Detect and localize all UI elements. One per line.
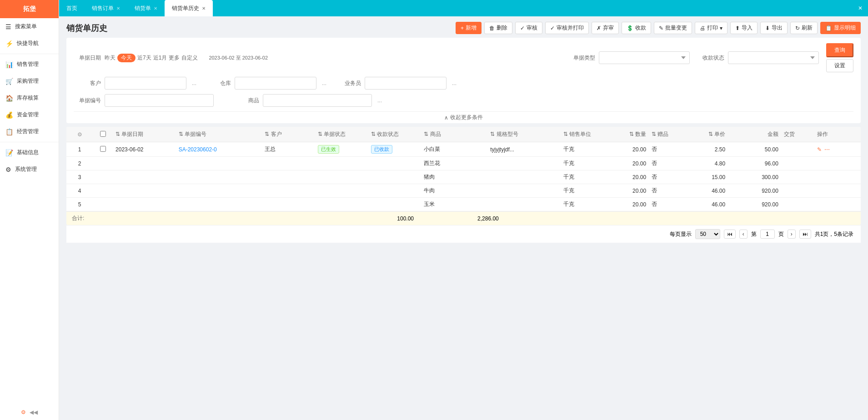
tab-close-icon[interactable]: ✕: [154, 6, 157, 11]
first-page-button[interactable]: ⏮: [724, 230, 736, 239]
cell-check[interactable]: [93, 198, 113, 211]
sidebar-item-sales[interactable]: 📊 销售管理: [0, 56, 59, 73]
export-button[interactable]: ⬇ 导出: [760, 22, 788, 34]
footer-label: 合计:: [72, 215, 84, 222]
th-status[interactable]: ⇅ 单据状态: [315, 127, 368, 142]
doc-no-input[interactable]: [105, 94, 214, 107]
add-button[interactable]: + 新增: [456, 22, 482, 34]
tab-sales-history[interactable]: 销货单历史 ✕: [165, 0, 213, 16]
th-gift[interactable]: ⇅ 赠品: [649, 127, 682, 142]
th-customer[interactable]: ⇅ 客户: [262, 127, 315, 142]
show-detail-button[interactable]: 📋 显示明细: [820, 22, 861, 34]
edit-action[interactable]: ✎: [817, 146, 822, 153]
sort-icon: ⇅: [708, 131, 713, 137]
cell-customer: [262, 170, 315, 184]
tab-home[interactable]: 首页: [59, 0, 85, 16]
cell-check[interactable]: [93, 157, 113, 170]
cell-spec: [487, 170, 560, 184]
abandon-button[interactable]: ✗ 弃审: [592, 22, 619, 34]
per-page-select[interactable]: 50 100: [695, 229, 720, 239]
select-all-checkbox[interactable]: [100, 131, 106, 137]
salesperson-input[interactable]: [365, 77, 447, 90]
th-date[interactable]: ⇅ 单据日期: [113, 127, 176, 142]
sort-icon: ⇅: [629, 131, 634, 137]
sidebar-item-inventory[interactable]: 🏠 库存核算: [0, 90, 59, 106]
last1month-shortcut[interactable]: 近1月: [153, 54, 167, 62]
th-no[interactable]: ⇅ 单据编号: [176, 127, 262, 142]
row-checkbox[interactable]: [100, 146, 106, 152]
content-wrapper: 销货单历史 + 新增 🗑 删除 ✓ 审核 ✓: [59, 16, 868, 420]
collect-button[interactable]: 💲 收款: [622, 22, 651, 34]
tab-sales-delivery[interactable]: 销货单 ✕: [127, 0, 165, 16]
refresh-button[interactable]: ↻ 刷新: [790, 22, 818, 34]
customer-input[interactable]: [105, 77, 186, 90]
th-qty[interactable]: ⇅ 数量: [609, 127, 649, 142]
chevron-up-icon: ∧: [444, 115, 448, 121]
sidebar-item-operations[interactable]: 📋 经营管理: [0, 123, 59, 140]
cell-price: 15.00: [682, 170, 728, 184]
customer-label: 客户: [74, 80, 101, 87]
page-label-suffix: 页: [778, 230, 784, 238]
delete-button[interactable]: 🗑 删除: [484, 22, 512, 34]
th-goods[interactable]: ⇅ 商品: [421, 127, 487, 142]
th-gear[interactable]: ⚙: [66, 127, 93, 142]
th-amount[interactable]: 金额: [728, 127, 781, 142]
salesperson-picker-icon[interactable]: ...: [452, 80, 457, 86]
sidebar-collapse-icon[interactable]: ◀◀: [30, 409, 38, 415]
sidebar-settings-icon[interactable]: ⚙: [21, 409, 26, 415]
doc-no-link[interactable]: SA-20230602-0: [179, 146, 217, 153]
filter-goods: 商品 ...: [232, 94, 382, 107]
sidebar-item-finance[interactable]: 💰 资金管理: [0, 106, 59, 123]
sidebar-item-quick-nav[interactable]: ⚡ 快捷导航: [0, 35, 59, 52]
custom-shortcut[interactable]: 自定义: [181, 54, 198, 62]
today-shortcut[interactable]: 今天: [117, 54, 135, 62]
customer-picker-icon[interactable]: ...: [192, 80, 196, 86]
doc-type-select[interactable]: [599, 51, 690, 64]
cell-goods: 小白菜: [421, 142, 487, 157]
search-menu-icon: ☰: [5, 23, 11, 30]
tab-close-icon[interactable]: ✕: [202, 6, 206, 11]
yesterday-shortcut[interactable]: 昨天: [105, 54, 115, 62]
pay-status-select[interactable]: [728, 51, 819, 64]
page-number-input[interactable]: [760, 230, 775, 239]
goods-input[interactable]: [263, 94, 372, 107]
audit-button[interactable]: ✓ 审核: [515, 22, 542, 34]
tab-sales-order[interactable]: 销售订单 ✕: [85, 0, 127, 16]
sidebar-item-label: 快捷导航: [17, 40, 39, 47]
print-button[interactable]: 🖨 打印 ▾: [695, 22, 728, 34]
sidebar-item-system[interactable]: ⚙ 系统管理: [0, 161, 59, 178]
more-shortcut[interactable]: 更多: [169, 54, 180, 62]
cell-check[interactable]: [93, 142, 113, 157]
filter-pay-status: 收款状态: [697, 51, 819, 64]
cell-check[interactable]: [93, 170, 113, 184]
prev-page-button[interactable]: ‹: [739, 230, 748, 239]
window-close-button[interactable]: ✕: [858, 5, 868, 11]
more-action[interactable]: ⋯: [824, 146, 830, 153]
cell-check[interactable]: [93, 184, 113, 198]
query-button[interactable]: 查询: [826, 43, 853, 57]
last-page-button[interactable]: ⏭: [799, 230, 811, 239]
th-pay-status[interactable]: ⇅ 收款状态: [368, 127, 421, 142]
table: ⚙ ⇅ 单据日期 ⇅ 单据编号 ⇅ 客户 ⇅ 单据状态 ⇅ 收款状态 ⇅ 商品 …: [66, 127, 861, 211]
sidebar-item-search-menu[interactable]: ☰ 搜索菜单: [0, 18, 59, 35]
th-spec[interactable]: ⇅ 规格型号: [487, 127, 560, 142]
batch-change-button[interactable]: ✎ 批量变更: [654, 22, 692, 34]
th-check[interactable]: [93, 127, 113, 142]
tab-close-icon[interactable]: ✕: [116, 6, 120, 11]
setting-button[interactable]: 设置: [826, 59, 853, 72]
audit-print-button[interactable]: ✓ 审核并打印: [545, 22, 589, 34]
sidebar-item-purchase[interactable]: 🛒 采购管理: [0, 73, 59, 90]
sidebar-item-basic-info[interactable]: 📝 基础信息: [0, 144, 59, 161]
next-page-button[interactable]: ›: [788, 230, 796, 239]
goods-picker-icon[interactable]: ...: [377, 97, 382, 104]
cell-gift: 否: [649, 198, 682, 211]
warehouse-picker-icon[interactable]: ...: [322, 80, 326, 86]
th-price[interactable]: ⇅ 单价: [682, 127, 728, 142]
th-unit[interactable]: ⇅ 销售单位: [561, 127, 609, 142]
import-button[interactable]: ⬆ 导入: [730, 22, 758, 34]
sort-icon: ⇅: [115, 131, 120, 137]
collapse-conditions-button[interactable]: ∧ 收起更多条件: [74, 111, 853, 123]
last7-shortcut[interactable]: 近7天: [137, 54, 151, 62]
warehouse-input[interactable]: [235, 77, 316, 90]
cell-customer: [262, 198, 315, 211]
